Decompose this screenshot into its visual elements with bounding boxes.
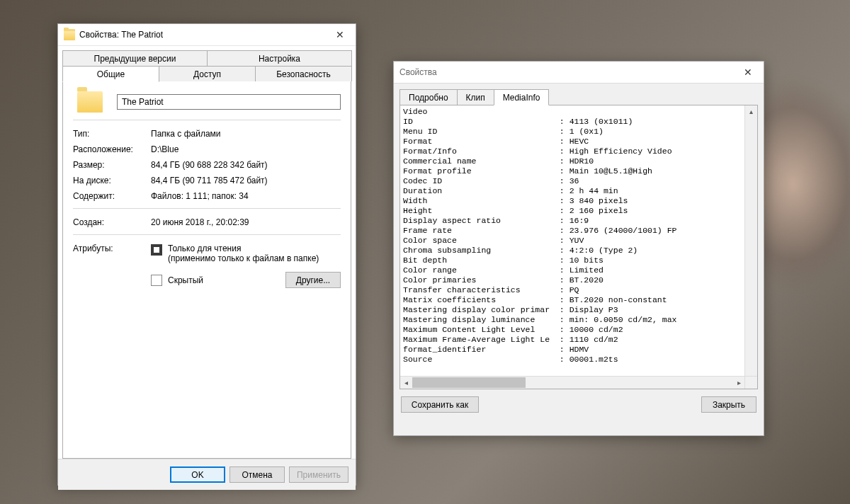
tabs-area: Предыдущие версии Настройка Общие Доступ… xyxy=(58,46,356,459)
scroll-thumb[interactable] xyxy=(412,377,526,388)
mediainfo-panel: Video ID : 4113 (0x1011) Menu ID : 1 (0x… xyxy=(400,105,758,389)
type-label: Тип: xyxy=(73,129,151,139)
created-value: 20 июня 2018 г., 20:02:39 xyxy=(151,217,249,227)
attributes-label: Атрибуты: xyxy=(73,244,151,253)
type-value: Папка с файлами xyxy=(151,129,221,139)
dialog-buttons: OK Отмена Применить xyxy=(58,459,356,490)
tab-general-panel: Тип: Папка с файлами Расположение: D:\Bl… xyxy=(62,81,351,459)
tab-previous-versions[interactable]: Предыдущие версии xyxy=(62,50,208,66)
tab-details[interactable]: Подробно xyxy=(400,89,458,105)
horizontal-scrollbar[interactable]: ◂ ▸ xyxy=(400,376,745,389)
created-label: Создан: xyxy=(73,217,151,227)
window-title: Свойства xyxy=(400,67,732,77)
size-on-disk-value: 84,4 ГБ (90 711 785 472 байт) xyxy=(151,176,268,185)
scroll-left-icon[interactable]: ◂ xyxy=(400,379,412,386)
vertical-scrollbar[interactable]: ▴ xyxy=(744,105,757,377)
size-value: 84,4 ГБ (90 688 228 342 байт) xyxy=(151,160,268,170)
contains-label: Содержит: xyxy=(73,191,151,201)
folder-icon xyxy=(77,91,103,113)
tab-clip[interactable]: Клип xyxy=(457,89,494,105)
readonly-label: Только для чтения xyxy=(168,244,319,253)
advanced-button[interactable]: Другие... xyxy=(285,272,341,288)
size-on-disk-label: На диске: xyxy=(73,176,151,185)
close-icon[interactable]: ✕ xyxy=(324,24,356,45)
tab-customize[interactable]: Настройка xyxy=(207,50,352,66)
readonly-note: (применимо только к файлам в папке) xyxy=(168,253,319,263)
close-button[interactable]: Закрыть xyxy=(701,396,756,413)
tab-security[interactable]: Безопасность xyxy=(255,66,352,81)
folder-properties-window: Свойства: The Patriot ✕ Предыдущие верси… xyxy=(57,23,356,486)
folder-icon xyxy=(64,29,75,40)
location-label: Расположение: xyxy=(73,144,151,154)
tab-general[interactable]: Общие xyxy=(62,66,159,82)
mediainfo-text[interactable]: Video ID : 4113 (0x1011) Menu ID : 1 (0x… xyxy=(400,105,751,379)
hidden-label: Скрытый xyxy=(168,275,203,285)
tab-sharing[interactable]: Доступ xyxy=(159,66,256,81)
hidden-checkbox[interactable] xyxy=(151,275,162,286)
apply-button[interactable]: Применить xyxy=(289,466,348,483)
scroll-right-icon[interactable]: ▸ xyxy=(733,379,745,386)
save-as-button[interactable]: Сохранить как xyxy=(401,396,479,413)
location-value: D:\Blue xyxy=(151,144,178,154)
close-icon[interactable]: ✕ xyxy=(732,62,764,83)
ok-button[interactable]: OK xyxy=(170,466,225,483)
contains-value: Файлов: 1 111; папок: 34 xyxy=(151,191,249,201)
resize-grip-icon xyxy=(744,376,757,389)
cancel-button[interactable]: Отмена xyxy=(230,466,285,483)
titlebar[interactable]: Свойства: The Patriot ✕ xyxy=(58,24,356,46)
tab-mediainfo[interactable]: MediaInfo xyxy=(494,89,550,105)
mediainfo-properties-window: Свойства ✕ Подробно Клип MediaInfo Video… xyxy=(393,61,764,436)
titlebar[interactable]: Свойства ✕ xyxy=(394,62,764,84)
scroll-up-icon[interactable]: ▴ xyxy=(745,105,757,118)
size-label: Размер: xyxy=(73,160,151,170)
readonly-checkbox[interactable] xyxy=(151,244,162,256)
window-title: Свойства: The Patriot xyxy=(79,30,324,40)
folder-name-input[interactable] xyxy=(117,94,341,110)
